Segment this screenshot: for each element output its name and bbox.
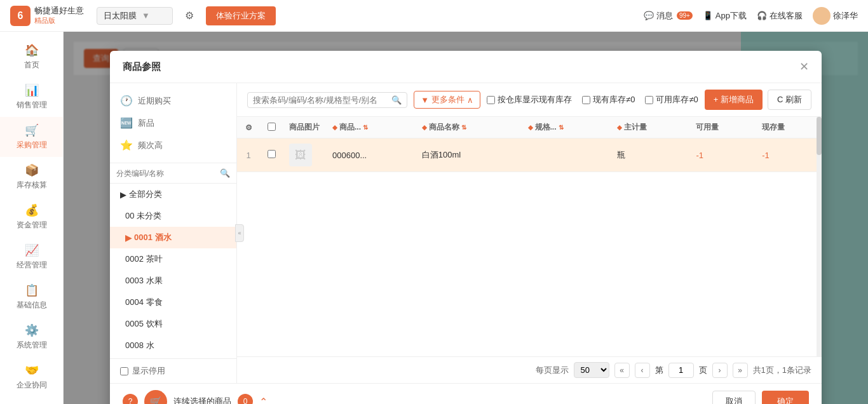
trial-button[interactable]: 体验行业方案 (206, 6, 276, 25)
category-tea[interactable]: 0002 茶叶 (110, 248, 236, 270)
sidebar-item-basics[interactable]: 📋 基础信息 (0, 277, 63, 317)
refresh-button[interactable]: C 刷新 (768, 90, 811, 110)
more-conditions-button[interactable]: ▼ 更多条件 ∧ (414, 91, 480, 109)
filter-up-icon: ∧ (467, 95, 473, 105)
sidebar-item-guide[interactable]: 🎯 新手引导 (0, 397, 63, 404)
image-sort[interactable]: 商品图片 (289, 122, 320, 133)
system-icon: ⚙️ (25, 323, 39, 337)
tab-new-products[interactable]: 🆕 新品 (110, 112, 236, 134)
help-icon[interactable]: ? (123, 394, 138, 404)
select-all-checkbox[interactable] (268, 123, 276, 131)
app-download-label: App下载 (715, 10, 747, 22)
category-fruit-label: 0003 水果 (125, 275, 163, 286)
category-all-label: 全部分类 (129, 189, 162, 200)
settings-icon[interactable]: ⚙ (179, 6, 200, 26)
store-selector[interactable]: 日太阳膜 ▼ (97, 7, 173, 25)
category-search-row: 🔍 (110, 163, 236, 184)
prev-page-button[interactable]: ‹ (635, 363, 650, 378)
existing-stock-checkbox[interactable] (582, 96, 590, 104)
clock-icon: 🕐 (120, 95, 133, 107)
sidebar-item-inventory[interactable]: 📦 库存核算 (0, 157, 63, 197)
online-service-item[interactable]: 🎧 在线客服 (757, 10, 803, 22)
spec-sort[interactable]: ◆ 规格... ⇅ (528, 122, 605, 133)
code-sort[interactable]: ◆ 商品... ⇅ (332, 122, 409, 133)
collapse-panel-button[interactable]: « (235, 224, 244, 242)
spec-sort-icon: ◆ (528, 124, 533, 131)
scroll-thumb[interactable] (817, 117, 822, 155)
warehouse-checkbox-label[interactable]: 按仓库显示现有库存 (487, 94, 572, 105)
show-disabled-checkbox[interactable] (120, 367, 128, 375)
message-label: 消息 (656, 10, 673, 22)
category-search-icon[interactable]: 🔍 (220, 168, 230, 178)
cancel-button[interactable]: 取消 (712, 391, 756, 404)
modal-overlay: 商品参照 ✕ 🕐 近期购买 🆕 (64, 32, 868, 404)
product-code: 000600... (332, 151, 367, 160)
last-page-button[interactable]: » (733, 363, 748, 378)
category-fruit[interactable]: 0003 水果 (110, 270, 236, 292)
sidebar-item-purchase[interactable]: 🛒 采购管理 (0, 117, 63, 157)
row-num: 1 (237, 138, 260, 172)
username-label: 徐泽华 (833, 10, 858, 22)
table-row[interactable]: 1 🖼 (237, 138, 822, 172)
category-snacks[interactable]: 0004 零食 (110, 292, 236, 313)
sidebar-label-home: 首页 (24, 60, 39, 71)
cart-button[interactable]: 🛒 (144, 390, 167, 404)
enterprise-icon: 🤝 (25, 363, 39, 377)
nav-right: 💬 消息 99+ 📱 App下载 🎧 在线客服 徐泽华 (644, 7, 858, 25)
action-buttons: + 新增商品 C 刷新 (705, 90, 811, 110)
available-stock-checkbox[interactable] (645, 96, 653, 104)
sidebar-item-system[interactable]: ⚙️ 系统管理 (0, 317, 63, 357)
row-checkbox[interactable] (268, 150, 276, 158)
unit-sort[interactable]: ◆ 主计量 (617, 122, 683, 133)
th-stock: 现存量 (756, 117, 822, 138)
sales-icon: 📊 (25, 83, 39, 97)
sidebar-label-system: 系统管理 (17, 340, 47, 351)
spec-sort-arrows: ⇅ (559, 124, 564, 131)
sidebar-item-enterprise[interactable]: 🤝 企业协同 (0, 357, 63, 397)
sidebar-label-operations: 经营管理 (17, 260, 47, 271)
category-drinks[interactable]: 0005 饮料 (110, 313, 236, 335)
tab-high-frequency[interactable]: ⭐ 频次高 (110, 134, 236, 156)
sidebar-item-finance[interactable]: 💰 资金管理 (0, 197, 63, 237)
top-nav: 6 畅捷通好生意 精品版 日太阳膜 ▼ ⚙ 体验行业方案 💬 消息 99+ 📱 … (0, 0, 868, 32)
page-number-input[interactable] (668, 363, 694, 378)
product-image: 🖼 (289, 144, 312, 166)
main-content: 查询 设置 商品参照 ✕ 🕐 (64, 32, 868, 404)
first-page-button[interactable]: « (614, 363, 630, 378)
row-checkbox-cell (260, 138, 283, 172)
page-size-select[interactable]: 50 10 20 100 (574, 362, 609, 378)
category-liquor[interactable]: ▶ 0001 酒水 (110, 227, 236, 248)
category-unclassified[interactable]: 00 未分类 (110, 205, 236, 227)
warehouse-checkbox[interactable] (487, 96, 495, 104)
category-snacks-label: 0004 零食 (125, 297, 163, 308)
collapse-footer-button[interactable]: ⌃ (259, 396, 268, 405)
name-sort[interactable]: ◆ 商品名称 ⇅ (422, 122, 515, 133)
add-product-button[interactable]: + 新增商品 (705, 90, 763, 110)
user-item[interactable]: 徐泽华 (813, 7, 858, 25)
row-code-cell: 000600... (326, 138, 416, 172)
pagination-bar: 每页显示 50 10 20 100 « ‹ 第 页 (237, 356, 822, 383)
row-available-cell: -1 (689, 138, 756, 172)
confirm-button[interactable]: 确定 (762, 391, 809, 404)
tab-recent-purchase[interactable]: 🕐 近期购买 (110, 90, 236, 112)
store-name: 日太阳膜 (104, 10, 137, 22)
category-search-input[interactable] (116, 169, 217, 178)
app-download-item[interactable]: 📱 App下载 (703, 10, 747, 22)
category-all[interactable]: ▶ 全部分类 (110, 184, 236, 205)
headset-icon: 🎧 (757, 11, 767, 20)
available-stock-checkbox-label[interactable]: 可用库存≠0 (645, 94, 698, 105)
page-label: 第 (655, 365, 663, 376)
sidebar-item-home[interactable]: 🏠 首页 (0, 37, 63, 77)
column-settings-icon[interactable]: ⚙ (245, 123, 252, 132)
category-water[interactable]: 0008 水 (110, 335, 236, 356)
modal-close-button[interactable]: ✕ (799, 60, 809, 74)
product-search-input[interactable] (253, 95, 388, 105)
logo-sub: 精品版 (34, 16, 84, 25)
name-sort-orange-icon: ◆ (422, 124, 427, 131)
sidebar-item-sales[interactable]: 📊 销售管理 (0, 77, 63, 117)
product-search-icon[interactable]: 🔍 (391, 95, 402, 105)
sidebar-item-operations[interactable]: 📈 经营管理 (0, 237, 63, 277)
existing-stock-checkbox-label[interactable]: 现有库存≠0 (582, 94, 635, 105)
message-item[interactable]: 💬 消息 99+ (644, 10, 693, 22)
next-page-button[interactable]: › (712, 363, 728, 378)
